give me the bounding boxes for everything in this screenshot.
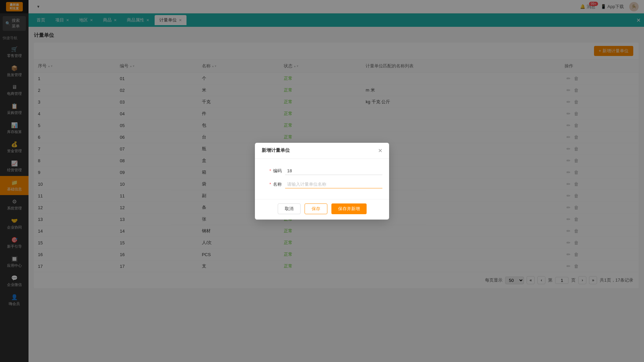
add-unit-modal: 新增计量单位 ✕ * 编码 * 名称 取消 保存 保存并新增 [255,143,389,220]
name-required-mark: * [269,182,271,187]
name-label: * 名称 [262,181,282,187]
form-row-name: * 名称 [262,180,382,188]
modal-title: 新增计量单位 [262,147,290,154]
code-input[interactable] [285,167,382,175]
modal-footer: 取消 保存 保存并新增 [255,199,389,220]
code-required-mark: * [269,168,271,173]
modal-body: * 编码 * 名称 [255,159,389,199]
form-row-code: * 编码 [262,167,382,175]
save-and-new-button[interactable]: 保存并新增 [331,203,367,214]
modal-header: 新增计量单位 ✕ [255,143,389,159]
save-button[interactable]: 保存 [305,203,327,214]
modal-close-button[interactable]: ✕ [378,147,382,154]
name-input[interactable] [285,180,382,188]
name-label-text: 名称 [273,182,282,187]
modal-overlay[interactable]: 新增计量单位 ✕ * 编码 * 名称 取消 保存 保存并新增 [0,0,644,362]
cancel-button[interactable]: 取消 [278,203,301,214]
code-label: * 编码 [262,168,282,174]
code-label-text: 编码 [273,168,282,173]
